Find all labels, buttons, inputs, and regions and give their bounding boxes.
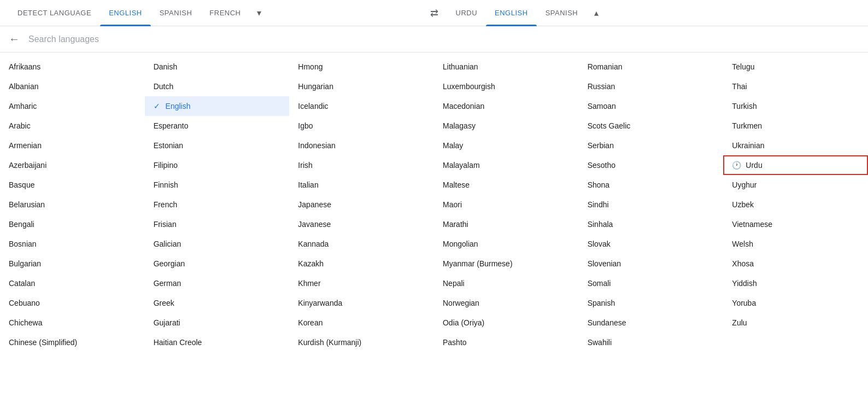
lang-item-turkmen[interactable]: Turkmen bbox=[723, 116, 868, 136]
swap-languages-icon[interactable]: ⇄ bbox=[421, 7, 447, 19]
lang-item-macedonian[interactable]: Macedonian bbox=[434, 96, 579, 116]
lang-item-danish[interactable]: Danish bbox=[145, 57, 290, 77]
lang-item-urdu[interactable]: 🕐Urdu bbox=[723, 155, 868, 175]
lang-item-greek[interactable]: Greek bbox=[145, 293, 290, 313]
lang-item-vietnamese[interactable]: Vietnamese bbox=[723, 214, 868, 234]
nav-french-left[interactable]: FRENCH bbox=[201, 0, 249, 26]
search-input[interactable] bbox=[28, 34, 859, 44]
nav-spanish-left[interactable]: SPANISH bbox=[151, 0, 201, 26]
lang-item-kinyarwanda[interactable]: Kinyarwanda bbox=[289, 293, 434, 313]
lang-item-armenian[interactable]: Armenian bbox=[0, 136, 145, 155]
lang-item-amharic[interactable]: Amharic bbox=[0, 96, 145, 116]
nav-less-icon[interactable]: ▴ bbox=[587, 3, 606, 23]
lang-item-italian[interactable]: Italian bbox=[289, 175, 434, 195]
lang-item-uzbek[interactable]: Uzbek bbox=[723, 195, 868, 214]
lang-item-swahili[interactable]: Swahili bbox=[579, 333, 724, 352]
lang-item-serbian[interactable]: Serbian bbox=[579, 136, 724, 155]
back-arrow-icon[interactable]: ← bbox=[9, 33, 20, 45]
lang-item-kazakh[interactable]: Kazakh bbox=[289, 254, 434, 273]
lang-item-zulu[interactable]: Zulu bbox=[723, 313, 868, 333]
lang-item-japanese[interactable]: Japanese bbox=[289, 195, 434, 214]
lang-item-german[interactable]: German bbox=[145, 273, 290, 293]
lang-item-samoan[interactable]: Samoan bbox=[579, 96, 724, 116]
lang-item-norwegian[interactable]: Norwegian bbox=[434, 293, 579, 313]
lang-item-mongolian[interactable]: Mongolian bbox=[434, 234, 579, 254]
nav-detect-language[interactable]: DETECT LANGUAGE bbox=[9, 0, 100, 26]
lang-item-igbo[interactable]: Igbo bbox=[289, 116, 434, 136]
lang-item-marathi[interactable]: Marathi bbox=[434, 214, 579, 234]
lang-item-arabic[interactable]: Arabic bbox=[0, 116, 145, 136]
lang-item-gujarati[interactable]: Gujarati bbox=[145, 313, 290, 333]
lang-item-sundanese[interactable]: Sundanese bbox=[579, 313, 724, 333]
lang-item-telugu[interactable]: Telugu bbox=[723, 57, 868, 77]
lang-item-yoruba[interactable]: Yoruba bbox=[723, 293, 868, 313]
lang-item-hungarian[interactable]: Hungarian bbox=[289, 77, 434, 96]
lang-item-sinhala[interactable]: Sinhala bbox=[579, 214, 724, 234]
lang-item-chinese--simplified-[interactable]: Chinese (Simplified) bbox=[0, 333, 145, 352]
lang-item-korean[interactable]: Korean bbox=[289, 313, 434, 333]
lang-item-javanese[interactable]: Javanese bbox=[289, 214, 434, 234]
lang-item-sindhi[interactable]: Sindhi bbox=[579, 195, 724, 214]
lang-item-kannada[interactable]: Kannada bbox=[289, 234, 434, 254]
lang-item-frisian[interactable]: Frisian bbox=[145, 214, 290, 234]
lang-item-belarusian[interactable]: Belarusian bbox=[0, 195, 145, 214]
nav-spanish-right[interactable]: SPANISH bbox=[537, 0, 587, 26]
lang-item-chichewa[interactable]: Chichewa bbox=[0, 313, 145, 333]
lang-item-slovenian[interactable]: Slovenian bbox=[579, 254, 724, 273]
lang-item-ukrainian[interactable]: Ukrainian bbox=[723, 136, 868, 155]
nav-english-left[interactable]: ENGLISH bbox=[100, 0, 151, 26]
lang-item-luxembourgish[interactable]: Luxembourgish bbox=[434, 77, 579, 96]
lang-item-sesotho[interactable]: Sesotho bbox=[579, 155, 724, 175]
lang-item-malagasy[interactable]: Malagasy bbox=[434, 116, 579, 136]
lang-item-nepali[interactable]: Nepali bbox=[434, 273, 579, 293]
lang-item-malayalam[interactable]: Malayalam bbox=[434, 155, 579, 175]
lang-item-yiddish[interactable]: Yiddish bbox=[723, 273, 868, 293]
lang-item-galician[interactable]: Galician bbox=[145, 234, 290, 254]
lang-item-somali[interactable]: Somali bbox=[579, 273, 724, 293]
lang-item-icelandic[interactable]: Icelandic bbox=[289, 96, 434, 116]
nav-english-right[interactable]: ENGLISH bbox=[486, 0, 537, 26]
lang-item-romanian[interactable]: Romanian bbox=[579, 57, 724, 77]
lang-item-welsh[interactable]: Welsh bbox=[723, 234, 868, 254]
lang-item-indonesian[interactable]: Indonesian bbox=[289, 136, 434, 155]
nav-more-icon[interactable]: ▾ bbox=[249, 3, 269, 23]
lang-item-khmer[interactable]: Khmer bbox=[289, 273, 434, 293]
lang-item-hmong[interactable]: Hmong bbox=[289, 57, 434, 77]
lang-item-pashto[interactable]: Pashto bbox=[434, 333, 579, 352]
lang-item-lithuanian[interactable]: Lithuanian bbox=[434, 57, 579, 77]
lang-item-estonian[interactable]: Estonian bbox=[145, 136, 290, 155]
lang-item-xhosa[interactable]: Xhosa bbox=[723, 254, 868, 273]
lang-item-shona[interactable]: Shona bbox=[579, 175, 724, 195]
lang-item-english[interactable]: ✓ English bbox=[145, 96, 290, 116]
lang-item-catalan[interactable]: Catalan bbox=[0, 273, 145, 293]
lang-item-basque[interactable]: Basque bbox=[0, 175, 145, 195]
lang-item-scots-gaelic[interactable]: Scots Gaelic bbox=[579, 116, 724, 136]
lang-item-albanian[interactable]: Albanian bbox=[0, 77, 145, 96]
lang-item-slovak[interactable]: Slovak bbox=[579, 234, 724, 254]
lang-item-turkish[interactable]: Turkish bbox=[723, 96, 868, 116]
lang-item-myanmar--burmese-[interactable]: Myanmar (Burmese) bbox=[434, 254, 579, 273]
lang-item-azerbaijani[interactable]: Azerbaijani bbox=[0, 155, 145, 175]
lang-item-maori[interactable]: Maori bbox=[434, 195, 579, 214]
lang-item-french[interactable]: French bbox=[145, 195, 290, 214]
lang-item-maltese[interactable]: Maltese bbox=[434, 175, 579, 195]
lang-item-filipino[interactable]: Filipino bbox=[145, 155, 290, 175]
lang-item-irish[interactable]: Irish bbox=[289, 155, 434, 175]
lang-item-haitian-creole[interactable]: Haitian Creole bbox=[145, 333, 290, 352]
lang-item-odia--oriya-[interactable]: Odia (Oriya) bbox=[434, 313, 579, 333]
lang-item-thai[interactable]: Thai bbox=[723, 77, 868, 96]
lang-item-kurdish--kurmanji-[interactable]: Kurdish (Kurmanji) bbox=[289, 333, 434, 352]
lang-item-spanish[interactable]: Spanish bbox=[579, 293, 724, 313]
lang-item-bulgarian[interactable]: Bulgarian bbox=[0, 254, 145, 273]
lang-item-finnish[interactable]: Finnish bbox=[145, 175, 290, 195]
lang-item-dutch[interactable]: Dutch bbox=[145, 77, 290, 96]
lang-item-uyghur[interactable]: Uyghur bbox=[723, 175, 868, 195]
lang-item-esperanto[interactable]: Esperanto bbox=[145, 116, 290, 136]
lang-item-bosnian[interactable]: Bosnian bbox=[0, 234, 145, 254]
lang-item-georgian[interactable]: Georgian bbox=[145, 254, 290, 273]
nav-urdu[interactable]: URDU bbox=[447, 0, 486, 26]
lang-item-malay[interactable]: Malay bbox=[434, 136, 579, 155]
lang-item-cebuano[interactable]: Cebuano bbox=[0, 293, 145, 313]
lang-item-russian[interactable]: Russian bbox=[579, 77, 724, 96]
lang-item-afrikaans[interactable]: Afrikaans bbox=[0, 57, 145, 77]
